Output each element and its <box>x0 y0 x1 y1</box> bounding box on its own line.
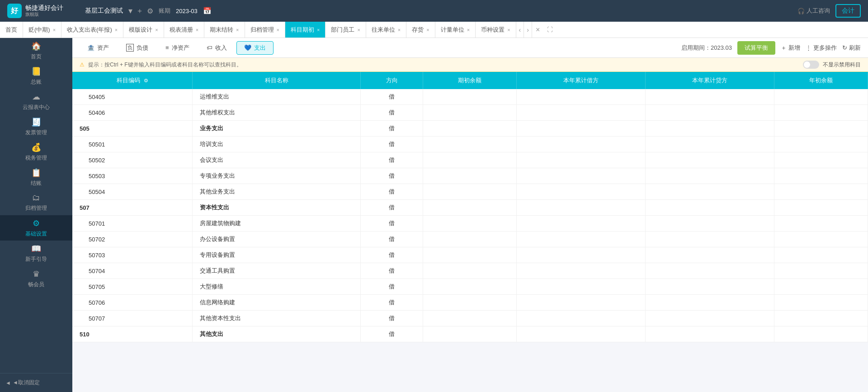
add-icon[interactable]: ＋ <box>136 6 143 16</box>
tab-currency[interactable]: 币种设置 × <box>476 22 516 38</box>
account-button[interactable]: 会计 <box>835 4 861 18</box>
cell-ytd-debit <box>517 263 646 279</box>
tab-template[interactable]: 模版设计 × <box>123 22 164 38</box>
tab-close-icon[interactable]: × <box>317 27 320 33</box>
sidebar-item-label: 新手引导 <box>25 255 47 263</box>
sidebar-item-archive[interactable]: 🗂 归档管理 <box>0 190 72 215</box>
sidebar-item-guide[interactable]: 📖 新手引导 <box>0 241 72 266</box>
sidebar-item-label: 结账 <box>31 179 42 187</box>
refresh-icon: ↻ <box>842 44 847 51</box>
table-row[interactable]: 50707 其他资本性支出 借 <box>72 311 868 326</box>
table-row[interactable]: 50702 办公设备购置 借 <box>72 231 868 247</box>
table-row[interactable]: 50406 其他维权支出 借 <box>72 105 868 121</box>
tab-close-icon[interactable]: × <box>155 27 158 33</box>
tab-contacts[interactable]: 往来单位 × <box>366 22 406 38</box>
sidebar-item-home[interactable]: 🏠 首页 <box>0 38 72 63</box>
cell-year-open <box>774 311 868 326</box>
gear-icon: ⚙ <box>33 218 40 228</box>
settings-icon[interactable]: ⚙ <box>144 78 148 83</box>
table-row[interactable]: 50501 培训支出 借 <box>72 137 868 152</box>
tab-close-icon[interactable]: × <box>426 27 429 33</box>
tab-mid[interactable]: 贬(中期) × <box>23 22 61 38</box>
table-row[interactable]: 50502 会议支出 借 <box>72 152 868 168</box>
cell-name: 资本性支出 <box>193 200 361 216</box>
tab-close-icon[interactable]: × <box>196 27 198 33</box>
tab-home[interactable]: 首页 <box>0 22 23 38</box>
sub-tab-income[interactable]: 🏷 收入 <box>199 41 235 55</box>
table-row[interactable]: 505 业务支出 借 <box>72 121 868 137</box>
cell-code: 50503 <box>72 168 193 184</box>
sub-tab-equity[interactable]: ≡ 净资产 <box>158 41 197 55</box>
sub-tab-asset[interactable]: 🏦 资产 <box>80 41 117 55</box>
tab-close-icon[interactable]: × <box>467 27 470 33</box>
calendar-icon[interactable]: 📅 <box>203 7 212 15</box>
table-row[interactable]: 50704 交通工具购置 借 <box>72 263 868 279</box>
cell-name: 房屋建筑物购建 <box>193 216 361 231</box>
settings-icon[interactable]: ⚙ <box>147 7 153 15</box>
disable-toggle[interactable] <box>803 61 819 69</box>
sidebar-item-ledger[interactable]: 📒 总账 <box>0 63 72 89</box>
table-row[interactable]: 50504 其他业务支出 借 <box>72 184 868 200</box>
tab-next-button[interactable]: › <box>524 22 532 38</box>
col-ytd-debit: 本年累计借方 <box>517 72 646 89</box>
pin-icon: ◄ <box>5 380 11 386</box>
balance-button[interactable]: 试算平衡 <box>737 41 775 55</box>
table-row[interactable]: 50705 大型修缮 借 <box>72 279 868 295</box>
tab-close-icon[interactable]: × <box>53 27 56 33</box>
tab-archive[interactable]: 归档管理 × <box>245 22 285 38</box>
refresh-button[interactable]: ↻ 刷新 <box>842 44 861 52</box>
tab-label: 收入支出表(年报) <box>67 26 112 34</box>
tab-unit[interactable]: 计量单位 × <box>435 22 476 38</box>
sidebar-footer-label: ◄取消固定 <box>13 379 40 387</box>
tab-close-icon[interactable]: × <box>236 27 239 33</box>
help-button[interactable]: 🎧 人工咨询 <box>797 7 830 15</box>
table-row[interactable]: 50706 信息网络购建 借 <box>72 295 868 311</box>
table-row[interactable]: 50703 专用设备购置 借 <box>72 247 868 263</box>
tab-annual[interactable]: 收入支出表(年报) × <box>61 22 123 38</box>
table-row[interactable]: 50405 运维维支出 借 <box>72 89 868 105</box>
sidebar-item-tax[interactable]: 💰 税务管理 <box>0 139 72 165</box>
sidebar-item-settle[interactable]: 📋 结账 <box>0 165 72 190</box>
company-name[interactable]: 基层工会测试 <box>85 7 123 15</box>
sub-tab-expense[interactable]: 💙 支出 <box>236 41 274 55</box>
table-wrapper[interactable]: 科目编码 ⚙ 科目名称 方向 期初余额 本年累计借方 本年累计贷方 年初余额 5… <box>72 72 868 392</box>
more-button[interactable]: ⋮ 更多操作 <box>806 44 837 52</box>
dropdown-icon[interactable]: ▾ <box>128 6 132 16</box>
tab-dept[interactable]: 部门员工 × <box>326 22 366 38</box>
archive-icon: 🗂 <box>32 193 40 203</box>
tab-close-icon[interactable]: × <box>507 27 510 33</box>
cell-ytd-debit <box>517 89 646 105</box>
tab-close-icon[interactable]: × <box>277 27 279 33</box>
add-button[interactable]: ＋ 新增 <box>781 44 800 52</box>
sidebar-item-report[interactable]: ☁ 云报表中心 <box>0 89 72 114</box>
cell-direction: 借 <box>361 89 423 105</box>
sidebar-footer[interactable]: ◄ ◄取消固定 <box>0 373 72 392</box>
header-right: 🎧 人工咨询 会计 <box>797 4 861 18</box>
sidebar-item-invoice[interactable]: 🧾 发票管理 <box>0 114 72 139</box>
table-row[interactable]: 50701 房屋建筑物购建 借 <box>72 216 868 231</box>
ledger-icon: 📒 <box>31 66 41 76</box>
tab-close-icon[interactable]: × <box>115 27 118 33</box>
toggle-knob <box>804 61 810 68</box>
cell-opening <box>423 200 517 216</box>
tab-close-icon[interactable]: × <box>398 27 401 33</box>
tab-prev-button[interactable]: ‹ <box>516 22 524 38</box>
tab-close-icon[interactable]: × <box>357 27 360 33</box>
tab-close-all-button[interactable]: × <box>532 22 543 38</box>
cell-opening <box>423 216 517 231</box>
tab-subject-init[interactable]: 科目期初 × <box>285 22 326 38</box>
tab-expand-button[interactable]: ⛶ <box>543 22 557 38</box>
table-row[interactable]: 510 其他支出 借 <box>72 326 868 342</box>
sidebar-item-member[interactable]: ♛ 畅会员 <box>0 266 72 291</box>
tab-label: 往来单位 <box>372 26 395 34</box>
sub-tab-liability[interactable]: 负 负债 <box>118 41 156 55</box>
tab-inventory[interactable]: 存货 × <box>406 22 435 38</box>
tab-tax[interactable]: 税表清册 × <box>164 22 204 38</box>
tab-period-end[interactable]: 期末结转 × <box>204 22 245 38</box>
cell-ytd-debit <box>517 168 646 184</box>
table-row[interactable]: 507 资本性支出 借 <box>72 200 868 216</box>
table-row[interactable]: 50503 专项业务支出 借 <box>72 168 868 184</box>
sidebar-item-settings[interactable]: ⚙ 基础设置 <box>0 215 72 241</box>
content-area: 🏦 资产 负 负债 ≡ 净资产 🏷 收入 💙 支出 启用期间：2023.03 <box>72 38 868 392</box>
sidebar-item-label: 总账 <box>31 78 42 86</box>
